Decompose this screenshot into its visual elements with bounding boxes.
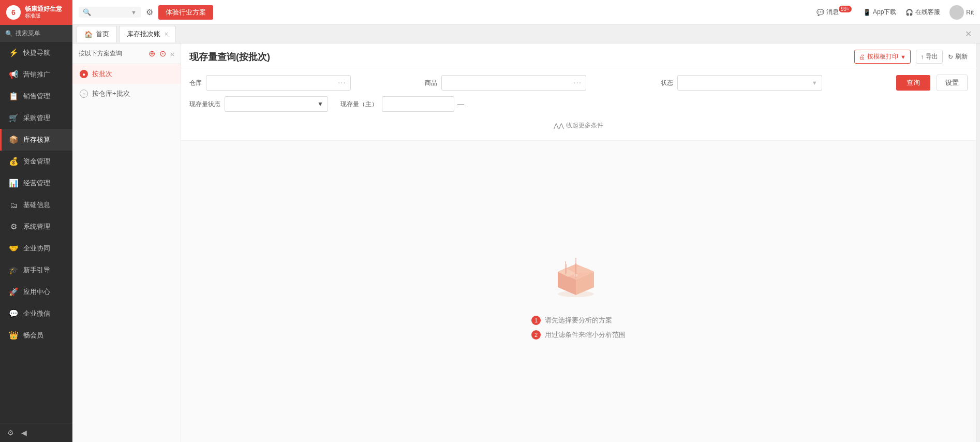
sidebar-item-label: 销售管理 — [23, 92, 50, 101]
message-icon: 💬 — [816, 9, 824, 16]
app-version: 标准版 — [25, 12, 62, 20]
warehouse-dots-icon[interactable]: ··· — [338, 78, 346, 87]
sidebar-footer: ⚙ ◀ — [0, 423, 72, 442]
app-download-label: App下载 — [873, 8, 896, 17]
sidebar-item-xitong[interactable]: ⚙ 系统管理 — [0, 216, 72, 238]
sidebar: 6 畅康通好生意 标准版 🔍 搜索菜单 ⚡ 快捷导航 📢 营销推广 📋 销售管理… — [0, 0, 72, 442]
export-button[interactable]: ↑ 导出 — [916, 50, 943, 64]
sidebar-item-kuaijie[interactable]: ⚡ 快捷导航 — [0, 42, 72, 64]
enterprise-icon: 🤝 — [9, 244, 18, 253]
filter-item-by-batch[interactable]: ● 按批次 — [72, 64, 181, 84]
tab-close-page-icon[interactable]: ✕ — [961, 29, 976, 39]
status-input[interactable]: ▼ — [677, 75, 822, 91]
filter-panel-title: 按以下方案查询 — [79, 49, 122, 58]
empty-state: 1 请先选择要分析的方案 2 用过滤条件来缩小分析范围 — [181, 141, 976, 442]
sidebar-item-zijin[interactable]: 💰 资金管理 — [0, 151, 72, 172]
sidebar-item-huiyuan[interactable]: 👑 畅会员 — [0, 325, 72, 346]
sidebar-search-label: 搜索菜单 — [16, 29, 40, 38]
print-button[interactable]: 🖨 按模板打印 ▼ — [854, 50, 911, 64]
sidebar-item-caigou[interactable]: 🛒 采购管理 — [0, 107, 72, 129]
product-search-field: 商品 ··· — [425, 75, 654, 91]
sidebar-header: 6 畅康通好生意 标准版 — [0, 0, 72, 25]
home-icon: 🏠 — [84, 31, 93, 38]
filter-panel-actions: ⊕ ⊙ « — [149, 49, 174, 58]
topbar-actions: 💬 消息 99+ 📱 App下载 🎧 在线客服 Rit — [816, 5, 974, 20]
warehouse-search-field: 仓库 ··· — [189, 75, 419, 91]
sidebar-item-jingying[interactable]: 📊 经营管理 — [0, 172, 72, 194]
sidebar-item-yingxiao[interactable]: 📢 营销推广 — [0, 64, 72, 85]
refresh-label: 刷新 — [955, 52, 968, 61]
sidebar-item-label: 应用中心 — [23, 287, 50, 297]
page-header: 现存量查询(按批次) 🖨 按模板打印 ▼ ↑ 导出 ↻ 刷新 — [181, 43, 976, 68]
refresh-button[interactable]: ↻ 刷新 — [948, 52, 968, 61]
empty-icon-container — [547, 243, 610, 305]
megaphone-icon: 📢 — [9, 70, 18, 79]
product-dots-icon[interactable]: ··· — [573, 78, 582, 87]
sidebar-item-label: 经营管理 — [23, 179, 50, 188]
sidebar-item-qiye[interactable]: 🤝 企业协同 — [0, 238, 72, 259]
add-filter-icon[interactable]: ⊕ — [149, 49, 155, 58]
message-action[interactable]: 💬 消息 99+ — [816, 8, 854, 17]
product-input[interactable]: ··· — [441, 75, 586, 91]
filter-settings-icon[interactable]: ⊙ — [159, 49, 166, 58]
settings-footer-icon[interactable]: ⚙ — [7, 429, 14, 437]
status-label: 状态 — [661, 79, 673, 87]
username-label: Rit — [966, 9, 974, 16]
report-icon: 📊 — [9, 179, 18, 188]
status-search-field: 状态 ▼ — [661, 75, 890, 91]
filter-item-by-warehouse-batch[interactable]: ○ 按仓库+批次 — [72, 84, 181, 104]
online-service-action[interactable]: 🎧 在线客服 — [905, 8, 940, 17]
tab-home-label: 首页 — [96, 30, 109, 39]
sidebar-item-yingyong[interactable]: 🚀 应用中心 — [0, 281, 72, 303]
empty-tip-2: 2 用过滤条件来缩小分析范围 — [531, 330, 626, 340]
filter-panel-header: 按以下方案查询 ⊕ ⊙ « — [72, 43, 181, 64]
topbar-search-box[interactable]: 🔍 ▼ — [79, 7, 141, 18]
tab-close-icon[interactable]: × — [165, 31, 168, 37]
wechat-icon: 💬 — [9, 309, 18, 318]
online-service-label: 在线客服 — [915, 8, 940, 17]
sidebar-item-label: 系统管理 — [23, 222, 50, 231]
sidebar-search-item[interactable]: 🔍 搜索菜单 — [0, 25, 72, 42]
sidebar-item-kucun[interactable]: 📦 库存核算 — [0, 129, 72, 151]
search-icon: 🔍 — [5, 30, 13, 37]
qty-range-inputs: — — [382, 96, 464, 112]
product-label: 商品 — [425, 79, 437, 87]
collapse-sidebar-icon[interactable]: ◀ — [21, 429, 27, 437]
headset-icon: 🎧 — [905, 9, 913, 16]
tip-text-1: 请先选择要分析的方案 — [545, 316, 612, 325]
topbar-settings-icon[interactable]: ⚙ — [146, 7, 153, 17]
search-bar: 仓库 ··· 商品 ··· — [181, 68, 976, 141]
collapse-up-icon: ⋀⋀ — [554, 122, 564, 129]
sidebar-item-weixin[interactable]: 💬 企业微信 — [0, 303, 72, 325]
warehouse-input[interactable]: ··· — [206, 75, 351, 91]
user-avatar — [949, 5, 964, 20]
sidebar-item-jichu[interactable]: 🗂 基础信息 — [0, 194, 72, 216]
filter-dot-active: ● — [80, 70, 88, 78]
settings-button[interactable]: 设置 — [937, 75, 968, 91]
experience-button[interactable]: 体验行业方案 — [158, 5, 213, 20]
empty-illustration — [547, 243, 604, 300]
user-profile-action[interactable]: Rit — [949, 5, 974, 20]
topbar-chevron-icon: ▼ — [131, 9, 137, 16]
app-download-action[interactable]: 📱 App下载 — [863, 8, 896, 17]
collapse-filter-icon[interactable]: « — [170, 50, 174, 58]
app-center-icon: 🚀 — [9, 287, 18, 297]
collapse-button[interactable]: ⋀⋀ 收起更多条件 — [189, 117, 968, 134]
system-icon: ⚙ — [9, 222, 18, 231]
sidebar-item-label: 库存核算 — [23, 135, 50, 144]
tab-inventory-batch[interactable]: 库存批次账 × — [119, 26, 176, 42]
qty-status-field: 现存量状态 ▼ — [189, 96, 328, 112]
sidebar-item-label: 采购管理 — [23, 113, 50, 123]
sidebar-item-label: 基础信息 — [23, 200, 50, 210]
qty-status-dropdown[interactable]: ▼ — [225, 96, 328, 112]
query-button[interactable]: 查询 — [896, 75, 930, 91]
sidebar-item-xiaoshou[interactable]: 📋 销售管理 — [0, 85, 72, 107]
flash-icon: ⚡ — [9, 48, 18, 57]
tab-home[interactable]: 🏠 首页 — [77, 26, 117, 42]
qty-dash: — — [457, 100, 464, 108]
sidebar-item-xinshou[interactable]: 🎓 新手引导 — [0, 259, 72, 281]
empty-tips: 1 请先选择要分析的方案 2 用过滤条件来缩小分析范围 — [531, 316, 626, 340]
sales-icon: 📋 — [9, 92, 18, 101]
qty-min-input[interactable] — [382, 96, 454, 112]
print-label: 按模板打印 — [867, 52, 898, 61]
